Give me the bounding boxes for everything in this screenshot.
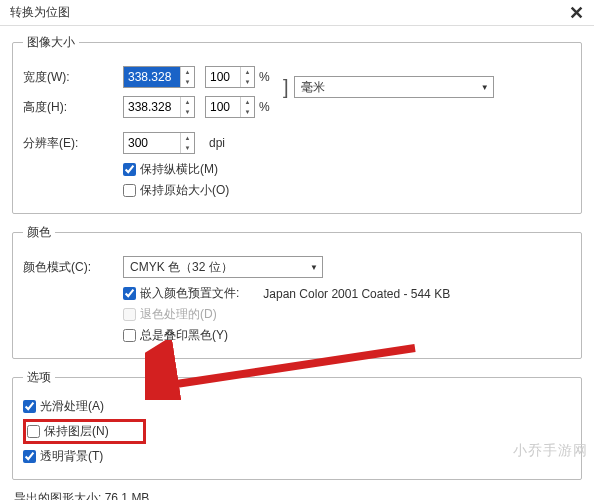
keep-aspect-checkbox[interactable] (123, 163, 136, 176)
resolution-label: 分辨率(E): (23, 135, 123, 152)
color-mode-text: CMYK 色（32 位） (130, 259, 233, 276)
transparent-bg-checkbox[interactable] (23, 450, 36, 463)
resolution-unit: dpi (209, 136, 225, 150)
height-input[interactable]: ▲▼ (123, 96, 195, 118)
overprint-black-label: 总是叠印黑色(Y) (140, 327, 228, 344)
width-pct-input[interactable]: ▲▼ (205, 66, 255, 88)
spin-down-icon[interactable]: ▼ (241, 77, 254, 87)
smooth-label: 光滑处理(A) (40, 398, 104, 415)
dialog-title: 转换为位图 (10, 4, 70, 21)
height-field[interactable] (124, 97, 180, 117)
options-legend: 选项 (23, 369, 55, 386)
color-legend: 颜色 (23, 224, 55, 241)
resolution-input[interactable]: ▲▼ (123, 132, 195, 154)
color-mode-combo[interactable]: CMYK 色（32 位） ▼ (123, 256, 323, 278)
image-size-legend: 图像大小 (23, 34, 79, 51)
width-label: 宽度(W): (23, 69, 123, 86)
link-bracket-icon: ] (278, 77, 294, 97)
keep-original-checkbox[interactable] (123, 184, 136, 197)
overprint-black-checkbox[interactable] (123, 329, 136, 342)
resolution-field[interactable] (124, 133, 180, 153)
options-group: 选项 光滑处理(A) 保持图层(N) 透明背景(T) (12, 369, 582, 480)
pct-sign: % (259, 70, 270, 84)
height-label: 高度(H): (23, 99, 123, 116)
export-size-value: 76.1 MB (105, 491, 150, 500)
spin-up-icon[interactable]: ▲ (181, 97, 194, 107)
unit-combo-text: 毫米 (301, 79, 325, 96)
color-group: 颜色 颜色模式(C): CMYK 色（32 位） ▼ 嵌入颜色预置文件: Jap… (12, 224, 582, 359)
keep-layers-checkbox[interactable] (27, 425, 40, 438)
spin-down-icon[interactable]: ▼ (181, 77, 194, 87)
chevron-down-icon: ▼ (481, 83, 489, 92)
transparent-bg-label: 透明背景(T) (40, 448, 103, 465)
embed-profile-checkbox[interactable] (123, 287, 136, 300)
unit-combo[interactable]: 毫米 ▼ (294, 76, 494, 98)
smooth-checkbox[interactable] (23, 400, 36, 413)
dither-checkbox (123, 308, 136, 321)
spin-up-icon[interactable]: ▲ (181, 133, 194, 143)
spin-up-icon[interactable]: ▲ (241, 97, 254, 107)
width-pct-field[interactable] (206, 67, 240, 87)
keep-original-label: 保持原始大小(O) (140, 182, 229, 199)
color-mode-label: 颜色模式(C): (23, 259, 123, 276)
profile-info: Japan Color 2001 Coated - 544 KB (263, 287, 450, 301)
spin-down-icon[interactable]: ▼ (181, 143, 194, 153)
chevron-down-icon: ▼ (310, 263, 318, 272)
close-icon[interactable]: ✕ (565, 2, 588, 24)
spin-up-icon[interactable]: ▲ (241, 67, 254, 77)
keep-layers-label: 保持图层(N) (44, 423, 109, 440)
keep-aspect-label: 保持纵横比(M) (140, 161, 218, 178)
export-size-prefix: 导出的图形大小: (14, 491, 101, 500)
spin-down-icon[interactable]: ▼ (241, 107, 254, 117)
spin-up-icon[interactable]: ▲ (181, 67, 194, 77)
image-size-group: 图像大小 宽度(W): ▲▼ ▲▼ % 高度(H) (12, 34, 582, 214)
keep-layers-highlight: 保持图层(N) (23, 419, 146, 444)
width-input[interactable]: ▲▼ (123, 66, 195, 88)
spin-down-icon[interactable]: ▼ (181, 107, 194, 117)
pct-sign: % (259, 100, 270, 114)
height-pct-field[interactable] (206, 97, 240, 117)
embed-profile-label: 嵌入颜色预置文件: (140, 285, 239, 302)
width-field[interactable] (124, 67, 180, 87)
height-pct-input[interactable]: ▲▼ (205, 96, 255, 118)
dither-label: 退色处理的(D) (140, 306, 217, 323)
